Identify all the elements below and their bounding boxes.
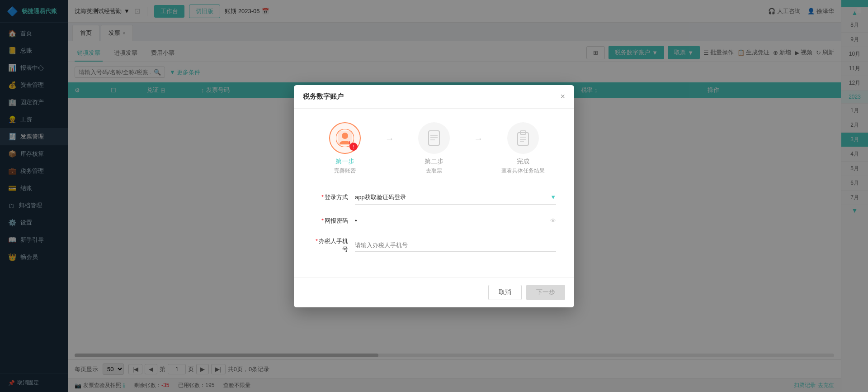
eye-toggle-icon[interactable]: 👁 <box>550 217 556 224</box>
login-method-row: 登录方式 app获取验证码登录 ▼ <box>312 191 556 205</box>
tax-account-modal: 税务数字账户 × ! ! <box>294 85 574 307</box>
password-control: • 👁 <box>355 215 556 227</box>
step-2-doc-svg <box>425 129 443 147</box>
step-3-icon-wrap <box>507 122 539 154</box>
phone-label: 办税人手机号 <box>312 237 348 253</box>
login-method-value: app获取验证码登录 <box>355 193 406 201</box>
step-1-label: 第一步 <box>335 158 354 166</box>
step-arrow-1: → <box>378 122 401 144</box>
svg-point-1 <box>342 133 348 139</box>
step-3-label: 完成 <box>517 158 529 166</box>
password-dot: • <box>355 217 550 224</box>
steps-container: ! ! 第一步 完善账密 → <box>312 122 556 175</box>
login-method-control: app获取验证码登录 ▼ <box>355 191 556 205</box>
step-2-label: 第二步 <box>425 158 443 166</box>
modal-body: ! ! 第一步 完善账密 → <box>294 109 574 277</box>
step-arrow-2: → <box>467 122 490 144</box>
step-1-icon-wrap: ! ! <box>329 122 361 154</box>
step-2: 第二步 去取票 <box>401 122 467 175</box>
modal-title: 税务数字账户 <box>303 92 344 101</box>
step-2-desc: 去取票 <box>426 167 442 175</box>
phone-control <box>355 239 556 252</box>
password-field[interactable]: • 👁 <box>355 215 556 227</box>
phone-input[interactable] <box>355 239 556 252</box>
step-3-desc: 查看具体任务结果 <box>501 167 545 175</box>
modal-header: 税务数字账户 × <box>294 85 574 109</box>
step-1-error-badge: ! <box>349 143 358 151</box>
password-row: 网报密码 • 👁 <box>312 215 556 227</box>
modal-close-button[interactable]: × <box>560 92 565 100</box>
step-2-icon-wrap <box>418 122 450 154</box>
modal-footer: 取消 下一步 <box>294 277 574 307</box>
login-method-select[interactable]: app获取验证码登录 ▼ <box>355 191 556 205</box>
select-dropdown-icon: ▼ <box>550 194 556 201</box>
password-label: 网报密码 <box>312 217 348 225</box>
step-1: ! ! 第一步 完善账密 <box>312 122 378 175</box>
modal-overlay[interactable]: 税务数字账户 × ! ! <box>0 0 868 392</box>
step-1-desc: 完善账密 <box>334 167 356 175</box>
step-3: 完成 查看具体任务结果 <box>490 122 556 175</box>
login-method-label: 登录方式 <box>312 193 348 201</box>
svg-rect-4 <box>429 131 439 145</box>
phone-row: 办税人手机号 <box>312 237 556 253</box>
next-button[interactable]: 下一步 <box>526 285 565 300</box>
cancel-button[interactable]: 取消 <box>488 285 522 300</box>
step-3-clipboard-svg <box>514 129 532 147</box>
